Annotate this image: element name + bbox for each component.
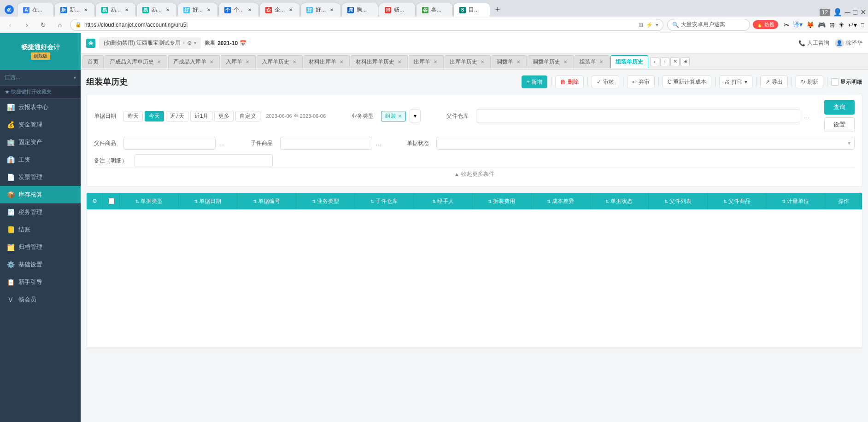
sidebar-item-固定资产[interactable]: 🏢 固定资产 xyxy=(0,133,81,151)
collapse-btn[interactable]: ▲ 收起更多条件 xyxy=(94,167,855,181)
sidebar-item-库存核算[interactable]: 📦 库存核算 xyxy=(0,186,81,203)
page-tab-close-11[interactable]: ✕ xyxy=(598,58,604,65)
page-tab-close-7[interactable]: ✕ xyxy=(432,58,439,65)
tab-scroll-left-btn[interactable]: ‹ xyxy=(650,57,659,66)
page-tab-close-1[interactable]: ✕ xyxy=(156,58,162,65)
scrollbar-hint[interactable] xyxy=(86,348,862,353)
tab-more-btn[interactable]: ⊞ xyxy=(680,57,690,66)
url-bar[interactable]: 🔒 https://cloud.chanjet.com/accounting/u… xyxy=(70,19,663,31)
browser-tab-t4[interactable]: 易 易... ✕ xyxy=(136,3,177,17)
page-tab-7[interactable]: 出库单 ✕ xyxy=(409,55,444,68)
select-all-checkbox[interactable] xyxy=(108,198,115,204)
th-col-1[interactable]: ⇅ 单据日期 xyxy=(179,193,238,209)
page-tab-12[interactable]: 组装单历史 xyxy=(610,55,648,68)
date-btn-more[interactable]: 更多 xyxy=(214,111,234,121)
profile-icon[interactable]: 👤 xyxy=(833,8,842,17)
biz-type-tag-close[interactable]: ✕ xyxy=(398,114,402,119)
settings-btn[interactable]: 设置 xyxy=(824,117,855,132)
child-item-input[interactable] xyxy=(280,137,372,150)
sidebar-item-云报表中心[interactable]: 📊 云报表中心 xyxy=(0,98,81,116)
close-btn[interactable]: ✕ xyxy=(860,8,866,17)
page-tab-2[interactable]: 产成品入库单 ✕ xyxy=(168,55,220,68)
th-col-11[interactable]: ⇅ 计量单位 xyxy=(766,193,825,209)
date-btn-1month[interactable]: 近1月 xyxy=(190,111,213,121)
date-btn-today[interactable]: 今天 xyxy=(145,111,164,121)
parent-warehouse-input[interactable] xyxy=(476,110,800,122)
sidebar-item-工资[interactable]: 👔 工资 xyxy=(0,151,81,168)
boost-icon[interactable]: ⚡ xyxy=(646,22,653,28)
tab-close-btn[interactable]: ✕ xyxy=(123,7,130,13)
browser-tab-t12[interactable]: S 目... xyxy=(453,3,490,17)
calendar-icon[interactable]: 📅 xyxy=(240,40,246,46)
emoji-icon[interactable]: 🦊 xyxy=(806,21,814,29)
search-bar[interactable]: 🔍 大量安卓用户逃离 xyxy=(667,19,750,31)
date-btn-custom[interactable]: 自定义 xyxy=(235,111,260,121)
browser-tab-t11[interactable]: 各 各... xyxy=(416,3,453,17)
url-dropdown-icon[interactable]: ▾ xyxy=(656,22,658,28)
page-tab-4[interactable]: 入库单历史 ✕ xyxy=(257,55,303,68)
hot-search-btn[interactable]: 🔥 热搜 xyxy=(753,20,778,29)
header-company[interactable]: (勿删勿禁用) 江西服宝测试专用 + ⚙ ▾ xyxy=(99,37,201,49)
biz-type-dropdown[interactable]: ▾ xyxy=(410,110,421,122)
recalculate-btn[interactable]: C 重新计算成本 xyxy=(663,75,711,88)
date-btn-yesterday[interactable]: 昨天 xyxy=(123,111,143,121)
query-btn[interactable]: 查询 xyxy=(824,100,855,115)
user-btn[interactable]: 👤 徐泽华 xyxy=(835,39,862,48)
sidebar-company[interactable]: 江西... ▾ xyxy=(0,70,81,86)
service-btn[interactable]: 📞 人工咨询 xyxy=(798,39,829,47)
sidebar-item-税务管理[interactable]: 🧾 税务管理 xyxy=(0,203,81,221)
new-tab-btn[interactable]: + xyxy=(491,3,504,17)
parent-item-input[interactable] xyxy=(123,137,216,150)
browser-tab-t7[interactable]: 企 企... ✕ xyxy=(259,3,300,17)
tab-scroll-right-btn[interactable]: › xyxy=(660,57,669,66)
page-tab-8[interactable]: 出库单历史 ✕ xyxy=(445,55,491,68)
th-col-6[interactable]: ⇅ 拆装费用 xyxy=(472,193,531,209)
sidebar-item-发票管理[interactable]: 📄 发票管理 xyxy=(0,168,81,186)
page-tab-9[interactable]: 调拨单 ✕ xyxy=(492,55,527,68)
tab-close-btn[interactable]: ✕ xyxy=(82,7,89,13)
page-tab-close-9[interactable]: ✕ xyxy=(515,58,522,65)
page-tab-close-10[interactable]: ✕ xyxy=(562,58,569,65)
th-col-10[interactable]: ⇅ 父件商品 xyxy=(708,193,767,209)
page-tab-close-8[interactable]: ✕ xyxy=(479,58,486,65)
abandon-btn[interactable]: ↩ 弃审 xyxy=(627,75,655,88)
page-tab-close-6[interactable]: ✕ xyxy=(396,58,403,65)
page-tab-close-4[interactable]: ✕ xyxy=(291,58,298,65)
page-tab-close-5[interactable]: ✕ xyxy=(338,58,345,65)
page-tab-0[interactable]: 首页 xyxy=(82,55,104,68)
review-btn[interactable]: ✓ 审核 xyxy=(592,75,619,88)
page-tab-5[interactable]: 材料出库单 ✕ xyxy=(304,55,350,68)
bill-status-select[interactable]: ▾ xyxy=(436,137,855,150)
minimize-btn[interactable]: ─ xyxy=(845,8,850,17)
parent-warehouse-more-btn[interactable]: ... xyxy=(804,112,809,120)
scissors-icon[interactable]: ✂ xyxy=(784,21,789,29)
browser-tab-t5[interactable]: 好 好... ✕ xyxy=(177,3,218,17)
forward-btn[interactable]: › xyxy=(20,18,33,31)
th-col-8[interactable]: ⇅ 单据状态 xyxy=(590,193,649,209)
sun-icon[interactable]: ☀ xyxy=(839,21,845,29)
th-col-9[interactable]: ⇅ 父件列表 xyxy=(649,193,708,209)
page-tab-11[interactable]: 组装单 ✕ xyxy=(575,55,610,68)
back-btn[interactable]: ‹ xyxy=(4,18,17,31)
browser-tab-t2[interactable]: 新 新... ✕ xyxy=(54,3,95,17)
th-col-5[interactable]: ⇅ 经手人 xyxy=(414,193,473,209)
undo-icon[interactable]: ↩▾ xyxy=(848,21,857,29)
page-tab-3[interactable]: 入库单 ✕ xyxy=(221,55,256,68)
browser-tab-t8[interactable]: 好 好... ✕ xyxy=(300,3,341,17)
export-btn[interactable]: ↗ 导出 xyxy=(760,75,788,88)
sidebar-item-资金管理[interactable]: 💰 资金管理 xyxy=(0,116,81,133)
home-btn[interactable]: ⌂ xyxy=(53,18,66,31)
page-tab-1[interactable]: 产成品入库单历史 ✕ xyxy=(105,55,167,68)
sidebar-favorites[interactable]: ★ 快捷键打开收藏夹 xyxy=(0,86,81,98)
print-btn[interactable]: 🖨 打印 ▾ xyxy=(719,75,752,88)
sidebar-item-归档管理[interactable]: 🗂️ 归档管理 xyxy=(0,238,81,256)
remark-input[interactable] xyxy=(135,154,273,167)
sidebar-item-畅会员[interactable]: V 畅会员 xyxy=(0,291,81,308)
menu-icon[interactable]: ≡ xyxy=(861,21,864,29)
refresh-btn[interactable]: ↻ xyxy=(37,18,50,31)
th-col-2[interactable]: ⇅ 单据编号 xyxy=(237,193,296,209)
th-col-4[interactable]: ⇅ 子件仓库 xyxy=(355,193,414,209)
page-tab-close-2[interactable]: ✕ xyxy=(208,58,215,65)
th-col-7[interactable]: ⇅ 成本差异 xyxy=(531,193,590,209)
th-settings[interactable]: ⚙ xyxy=(87,193,103,209)
